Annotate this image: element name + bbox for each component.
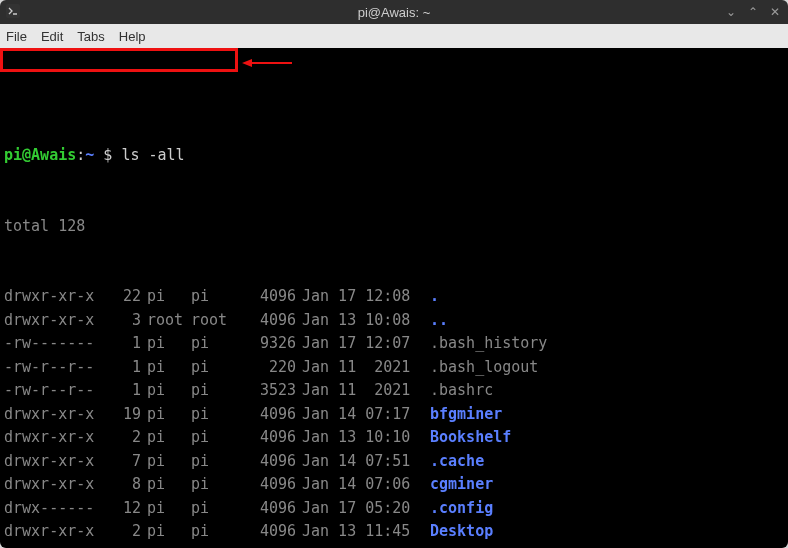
link-count: 2: [109, 426, 141, 450]
filename: bfgminer: [426, 403, 502, 427]
owner: pi: [141, 473, 191, 497]
size: 4096: [241, 473, 296, 497]
owner: pi: [141, 285, 191, 309]
group: root: [191, 309, 241, 333]
size: 9326: [241, 332, 296, 356]
prompt-command: ls -all: [121, 144, 184, 168]
perms: drwxr-xr-x: [4, 450, 109, 474]
perms: drwxr-xr-x: [4, 426, 109, 450]
list-item: drwxr-xr-x7pipi4096Jan 14 07:51.cache: [4, 450, 784, 474]
link-count: 3: [109, 309, 141, 333]
group: pi: [191, 285, 241, 309]
filename: .bashrc: [426, 379, 493, 403]
list-item: drwxr-xr-x2pipi4096Jan 13 10:10Bookshelf: [4, 426, 784, 450]
date: Jan 11 2021: [296, 356, 426, 380]
link-count: 22: [109, 285, 141, 309]
menu-file[interactable]: File: [6, 29, 27, 44]
perms: drwx------: [4, 497, 109, 521]
maximize-icon[interactable]: ⌃: [748, 5, 758, 19]
date: Jan 14 07:06: [296, 473, 426, 497]
date: Jan 11 2021: [296, 379, 426, 403]
list-item: drwxr-xr-x2pipi4096Jan 13 10:42Documents: [4, 544, 784, 549]
date: Jan 14 07:17: [296, 403, 426, 427]
perms: -rw-------: [4, 332, 109, 356]
group: pi: [191, 426, 241, 450]
list-item: drwxr-xr-x8pipi4096Jan 14 07:06cgminer: [4, 473, 784, 497]
filename: .bash_logout: [426, 356, 538, 380]
group: pi: [191, 332, 241, 356]
menu-help[interactable]: Help: [119, 29, 146, 44]
perms: drwxr-xr-x: [4, 544, 109, 549]
filename: Bookshelf: [426, 426, 511, 450]
owner: pi: [141, 403, 191, 427]
list-item: -rw-r--r--1pipi220Jan 11 2021.bash_logou…: [4, 356, 784, 380]
perms: drwxr-xr-x: [4, 403, 109, 427]
perms: drwxr-xr-x: [4, 520, 109, 544]
close-icon[interactable]: ✕: [770, 5, 780, 19]
link-count: 8: [109, 473, 141, 497]
owner: pi: [141, 544, 191, 549]
date: Jan 13 11:45: [296, 520, 426, 544]
list-item: drwxr-xr-x2pipi4096Jan 13 11:45Desktop: [4, 520, 784, 544]
list-item: drwx------12pipi4096Jan 17 05:20.config: [4, 497, 784, 521]
filename: Desktop: [426, 520, 493, 544]
svg-marker-2: [242, 59, 252, 67]
total-line: total 128: [4, 215, 784, 239]
date: Jan 17 05:20: [296, 497, 426, 521]
date: Jan 13 10:42: [296, 544, 426, 549]
size: 220: [241, 356, 296, 380]
group: pi: [191, 379, 241, 403]
perms: -rw-r--r--: [4, 356, 109, 380]
owner: pi: [141, 379, 191, 403]
link-count: 2: [109, 520, 141, 544]
window-controls: ⌄ ⌃ ✕: [726, 5, 780, 19]
link-count: 19: [109, 403, 141, 427]
group: pi: [191, 520, 241, 544]
size: 4096: [241, 544, 296, 549]
group: pi: [191, 544, 241, 549]
owner: root: [141, 309, 191, 333]
group: pi: [191, 403, 241, 427]
list-item: drwxr-xr-x19pipi4096Jan 14 07:17bfgminer: [4, 403, 784, 427]
link-count: 12: [109, 497, 141, 521]
date: Jan 13 10:10: [296, 426, 426, 450]
menu-edit[interactable]: Edit: [41, 29, 63, 44]
menubar: File Edit Tabs Help: [0, 24, 788, 48]
prompt-line: pi@Awais:~ $ ls -all: [4, 144, 784, 168]
owner: pi: [141, 520, 191, 544]
owner: pi: [141, 426, 191, 450]
perms: -rw-r--r--: [4, 379, 109, 403]
owner: pi: [141, 356, 191, 380]
list-item: -rw-r--r--1pipi3523Jan 11 2021.bashrc: [4, 379, 784, 403]
size: 4096: [241, 520, 296, 544]
filename: Documents: [426, 544, 511, 549]
perms: drwxr-xr-x: [4, 309, 109, 333]
size: 4096: [241, 426, 296, 450]
prompt-sep: :: [76, 144, 85, 168]
titlebar: pi@Awais: ~ ⌄ ⌃ ✕: [0, 0, 788, 24]
date: Jan 17 12:07: [296, 332, 426, 356]
size: 3523: [241, 379, 296, 403]
size: 4096: [241, 403, 296, 427]
link-count: 7: [109, 450, 141, 474]
group: pi: [191, 497, 241, 521]
list-item: drwxr-xr-x22pipi4096Jan 17 12:08.: [4, 285, 784, 309]
file-listing: drwxr-xr-x22pipi4096Jan 17 12:08.drwxr-x…: [4, 285, 784, 548]
size: 4096: [241, 450, 296, 474]
size: 4096: [241, 497, 296, 521]
terminal[interactable]: pi@Awais:~ $ ls -all total 128 drwxr-xr-…: [0, 48, 788, 548]
annotation-arrow-icon: [242, 58, 292, 68]
group: pi: [191, 356, 241, 380]
menu-tabs[interactable]: Tabs: [77, 29, 104, 44]
filename: .bash_history: [426, 332, 547, 356]
list-item: -rw-------1pipi9326Jan 17 12:07.bash_his…: [4, 332, 784, 356]
terminal-icon: [6, 4, 20, 18]
link-count: 1: [109, 332, 141, 356]
svg-rect-0: [6, 4, 20, 18]
filename: .cache: [426, 450, 484, 474]
size: 4096: [241, 309, 296, 333]
minimize-icon[interactable]: ⌄: [726, 5, 736, 19]
filename: .: [426, 285, 439, 309]
prompt-symbol: $: [94, 144, 121, 168]
link-count: 1: [109, 379, 141, 403]
